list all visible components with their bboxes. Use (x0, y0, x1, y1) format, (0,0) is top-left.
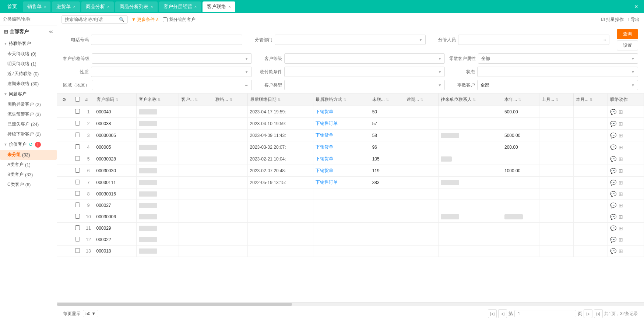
td-checkbox[interactable] (72, 118, 83, 130)
tab-purchase[interactable]: 进货单 × (52, 1, 80, 12)
th-checkbox[interactable] (72, 94, 83, 106)
sidebar-item-b-class[interactable]: B类客户 (33) (0, 170, 57, 180)
row-checkbox[interactable] (75, 180, 80, 184)
my-customers-check[interactable] (163, 17, 168, 22)
row-checkbox[interactable] (75, 202, 80, 207)
tab-customer-contact[interactable]: 客户联络 × (203, 1, 235, 12)
chat-icon[interactable]: 💬 (610, 248, 616, 254)
select-all-checkbox[interactable] (75, 97, 80, 102)
customer-level-select[interactable]: ▼ (284, 53, 445, 64)
next-page-button[interactable]: ▷ (584, 309, 592, 318)
td-checkbox[interactable] (72, 106, 83, 118)
td-checkbox[interactable] (72, 153, 83, 165)
row-checkbox[interactable] (75, 237, 80, 241)
td-checkbox[interactable] (72, 223, 83, 234)
price-level-select[interactable]: ▼ (92, 53, 252, 64)
sidebar-item-declining[interactable]: 持续下滑客户 (2) (0, 129, 57, 139)
grid-action-icon[interactable]: ⊞ (619, 237, 623, 243)
grid-action-icon[interactable]: ⊞ (619, 248, 623, 254)
main-search-input[interactable] (65, 17, 117, 22)
grid-action-icon[interactable]: ⊞ (619, 109, 623, 115)
chat-icon[interactable]: 💬 (610, 156, 616, 162)
scrollbar-thumb[interactable] (57, 303, 292, 306)
row-checkbox[interactable] (75, 133, 80, 137)
td-last-contact-method[interactable] (313, 200, 370, 211)
retail-customer-select[interactable]: 全部▼ (477, 80, 638, 90)
row-checkbox[interactable] (75, 214, 80, 219)
contact-method-link[interactable]: 下销货单 (316, 133, 333, 138)
retail-attr-select[interactable]: 全部▼ (478, 53, 638, 64)
th-name[interactable]: 客户名称⇅ (136, 94, 179, 106)
chat-icon[interactable]: 💬 (610, 133, 616, 138)
window-close-button[interactable]: × (631, 3, 641, 11)
sidebar-search-input[interactable] (3, 17, 57, 22)
sidebar-group-value-title[interactable]: ▼ 价值客户 ↺ ! (0, 139, 57, 150)
grid-action-icon[interactable]: ⊞ (619, 156, 623, 162)
contact-method-link[interactable]: 下销货单 (316, 109, 333, 114)
td-last-contact-method[interactable]: 下销货单 (313, 106, 370, 118)
sidebar-search-box[interactable]: 🔍 (0, 13, 57, 25)
td-checkbox[interactable] (72, 141, 83, 153)
export-button[interactable]: ↑ 导出 (627, 17, 640, 23)
chat-icon[interactable]: 💬 (610, 121, 616, 127)
chat-icon[interactable]: 💬 (610, 144, 616, 150)
grid-action-icon[interactable]: ⊞ (619, 214, 623, 220)
sidebar-item-7days-pending[interactable]: 近7天待联络 (0) (0, 69, 57, 79)
row-checkbox[interactable] (75, 191, 80, 196)
tab-product-analysis-list[interactable]: 商品分析列表 × (115, 1, 157, 12)
query-button[interactable]: 查询 (617, 29, 638, 39)
td-last-contact-method[interactable]: 下销货单 (313, 153, 370, 165)
contact-method-link[interactable]: 下销售订单 (316, 180, 338, 185)
row-checkbox[interactable] (75, 156, 80, 161)
close-product-analysis-icon[interactable]: × (107, 4, 109, 9)
current-page-input[interactable] (514, 310, 576, 317)
contact-method-link[interactable]: 下销售订单 (316, 121, 338, 126)
my-customers-checkbox[interactable]: 我分管的客户 (163, 17, 196, 23)
row-checkbox[interactable] (75, 121, 80, 126)
per-page-selector[interactable]: 每页显示 50 ▼ (63, 310, 98, 317)
th-code[interactable]: 客户编码⇅ (94, 94, 136, 106)
close-purchase-icon[interactable]: × (73, 4, 75, 9)
row-checkbox[interactable] (75, 225, 80, 230)
sidebar-all-customers[interactable]: ⊞ 全部客户 ≪ (0, 25, 57, 38)
td-checkbox[interactable] (72, 188, 83, 200)
refresh-icon[interactable]: ↺ (29, 142, 33, 147)
region-select[interactable]: ··· (92, 80, 252, 90)
close-product-analysis-list-icon[interactable]: × (151, 4, 153, 9)
sidebar-item-tomorrow-pending[interactable]: 明天待联络 (1) (0, 59, 57, 69)
close-customer-contact-icon[interactable]: × (228, 4, 230, 9)
td-last-contact-method[interactable] (313, 223, 370, 234)
td-last-contact-method[interactable] (313, 246, 370, 257)
grid-action-icon[interactable]: ⊞ (619, 144, 623, 150)
grid-action-icon[interactable]: ⊞ (619, 180, 623, 186)
dept-select[interactable]: ▼ (275, 35, 426, 45)
th-last-contact-date[interactable]: 最后联络日期⇅ (247, 94, 313, 106)
sidebar-item-hoarding-abnormal[interactable]: 囤购异常客户 (2) (0, 99, 57, 109)
main-search-icon[interactable]: 🔍 (119, 17, 124, 22)
th-settings[interactable]: ⚙ (57, 94, 72, 106)
sidebar-item-a-class[interactable]: A类客户 (1) (0, 160, 57, 170)
more-conditions-button[interactable]: ▼ 更多条件 ∧ (131, 17, 159, 23)
td-last-contact-method[interactable] (313, 211, 370, 223)
grid-action-icon[interactable]: ⊞ (619, 121, 623, 127)
reset-button[interactable]: 设置 (617, 40, 638, 50)
first-page-button[interactable]: |◁ (488, 309, 497, 318)
grid-action-icon[interactable]: ⊞ (619, 133, 623, 138)
chat-icon[interactable]: 💬 (610, 168, 616, 174)
td-checkbox[interactable] (72, 165, 83, 177)
search-box[interactable]: 🔍 (61, 15, 128, 24)
td-last-contact-method[interactable] (313, 188, 370, 200)
grid-action-icon[interactable]: ⊞ (619, 202, 623, 208)
prev-page-button[interactable]: ◁ (498, 309, 507, 318)
td-last-contact-method[interactable]: 下销货单 (313, 165, 370, 177)
td-last-contact-method[interactable]: 下销货单 (313, 141, 370, 153)
last-page-button[interactable]: ▷| (594, 309, 603, 318)
tab-sales[interactable]: 销售单 × (23, 1, 50, 12)
sidebar-item-churned[interactable]: 已流失客户 (24) (0, 119, 57, 129)
chat-icon[interactable]: 💬 (610, 202, 616, 208)
contact-method-link[interactable]: 下销货单 (316, 144, 333, 149)
sidebar-item-c-class[interactable]: C类客户 (6) (0, 180, 57, 190)
collapse-icon[interactable]: ≪ (49, 29, 53, 34)
chat-icon[interactable]: 💬 (610, 214, 616, 220)
grid-action-icon[interactable]: ⊞ (619, 225, 623, 231)
